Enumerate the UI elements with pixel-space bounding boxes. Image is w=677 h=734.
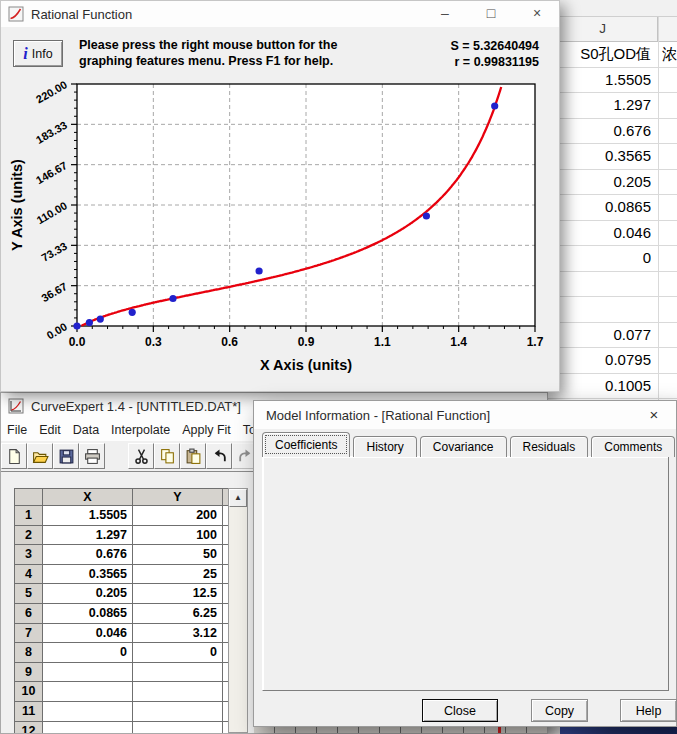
tab-coefficients[interactable]: Coefficients	[262, 432, 350, 457]
copy-button[interactable]: Copy	[531, 699, 588, 722]
data-point	[423, 212, 430, 219]
cell-y[interactable]: 6.25	[133, 604, 223, 624]
row-number[interactable]: 3	[15, 545, 43, 565]
table-row[interactable]: 10	[15, 682, 231, 702]
fit-plot[interactable]: 0.00.30.60.91.11.41.70.0036.6773.33110.0…	[1, 63, 561, 393]
tab-covariance[interactable]: Covariance	[420, 436, 507, 457]
cell-y[interactable]: 50	[133, 545, 223, 565]
cell-y[interactable]	[133, 722, 223, 734]
cell-x[interactable]: 1.5505	[43, 506, 133, 526]
row-number[interactable]: 7	[15, 624, 43, 644]
table-row[interactable]: 50.20512.5	[15, 584, 231, 604]
cell-y[interactable]	[133, 702, 223, 722]
cell-x[interactable]: 1.297	[43, 526, 133, 546]
cell-y[interactable]: 200	[133, 506, 223, 526]
row-number[interactable]: 1	[15, 506, 43, 526]
y-tick-label: 36.67	[39, 280, 69, 304]
cell-x[interactable]	[43, 682, 133, 702]
menu-item-data[interactable]: Data	[67, 423, 105, 437]
save-button[interactable]	[53, 443, 79, 469]
cell-x[interactable]: 0.0865	[43, 604, 133, 624]
row-number[interactable]: 9	[15, 663, 43, 683]
copy-button[interactable]	[154, 443, 180, 469]
menu-item-edit[interactable]: Edit	[33, 423, 67, 437]
tab-history[interactable]: History	[353, 436, 416, 457]
table-row[interactable]: 11	[15, 702, 231, 722]
close-button[interactable]: Close	[422, 699, 498, 722]
help-button[interactable]: Help	[620, 699, 677, 722]
menu-item-interpolate[interactable]: Interpolate	[105, 423, 176, 437]
tab-residuals[interactable]: Residuals	[510, 436, 589, 457]
tab-comments[interactable]: Comments	[591, 436, 675, 457]
cell-x[interactable]: 0.205	[43, 584, 133, 604]
dialog-title: Model Information - [Rational Function]	[266, 408, 490, 423]
cell-y[interactable]	[133, 663, 223, 683]
maximize-button[interactable]: □	[474, 1, 508, 25]
cell-x[interactable]: 0.3565	[43, 565, 133, 585]
table-row[interactable]: 9	[15, 663, 231, 683]
info-icon: i	[23, 47, 27, 61]
curveexpert-app-icon	[8, 398, 24, 414]
cell-x[interactable]	[43, 722, 133, 734]
y-tick-label: 220.00	[34, 78, 69, 105]
cell-y[interactable]: 3.12	[133, 624, 223, 644]
row-number[interactable]: 2	[15, 526, 43, 546]
table-row[interactable]: 70.0463.12	[15, 624, 231, 644]
print-button[interactable]	[79, 443, 105, 469]
table-row[interactable]: 12	[15, 722, 231, 734]
cell-x[interactable]: 0	[43, 643, 133, 663]
menu-item-file[interactable]: File	[1, 423, 33, 437]
cell-x[interactable]: 0.046	[43, 624, 133, 644]
curveexpert-title: CurveExpert 1.4 - [UNTITLED.DAT*]	[31, 399, 241, 414]
row-number[interactable]: 4	[15, 565, 43, 585]
data-point	[491, 102, 498, 109]
table-scrollbar[interactable]: ▲	[228, 488, 248, 733]
table-row[interactable]: 11.5505200	[15, 506, 231, 526]
dialog-close-icon[interactable]: ×	[640, 403, 668, 427]
close-button[interactable]: ×	[520, 1, 554, 25]
row-number[interactable]: 5	[15, 584, 43, 604]
row-number[interactable]: 10	[15, 682, 43, 702]
save-icon	[58, 448, 75, 465]
row-number[interactable]: 8	[15, 643, 43, 663]
x-tick-label: 0.0	[69, 335, 86, 349]
row-number[interactable]: 11	[15, 702, 43, 722]
cell-x[interactable]: 0.676	[43, 545, 133, 565]
x-tick-label: 0.3	[145, 335, 162, 349]
rational-function-window: Rational Function – □ × i Info Please pr…	[0, 0, 560, 392]
table-row[interactable]: 800	[15, 643, 231, 663]
new-button[interactable]	[1, 443, 27, 469]
open-button[interactable]	[27, 443, 53, 469]
table-header-row: XY	[15, 489, 231, 506]
cell-x[interactable]	[43, 663, 133, 683]
row-number[interactable]: 6	[15, 604, 43, 624]
cell-x[interactable]	[43, 702, 133, 722]
column-header-j[interactable]: J	[548, 17, 658, 42]
cell-y[interactable]: 0	[133, 643, 223, 663]
scroll-up-button[interactable]: ▲	[229, 489, 247, 507]
minimize-button[interactable]: –	[428, 1, 462, 25]
undo-button[interactable]	[206, 443, 232, 469]
column-header-next[interactable]	[658, 17, 677, 42]
table-row[interactable]: 21.297100	[15, 526, 231, 546]
cut-button[interactable]	[128, 443, 154, 469]
cell-value	[548, 297, 651, 322]
dialog-titlebar[interactable]: Model Information - [Rational Function]	[254, 401, 676, 429]
table-row[interactable]: 60.08656.25	[15, 604, 231, 624]
column-divider	[658, 17, 659, 408]
cell-value-next-column: 浓	[662, 42, 677, 66]
menu-item-apply-fit[interactable]: Apply Fit	[176, 423, 237, 437]
row-number[interactable]: 12	[15, 722, 43, 734]
cell-y[interactable]: 100	[133, 526, 223, 546]
cell-y[interactable]: 12.5	[133, 584, 223, 604]
cell-y[interactable]: 25	[133, 565, 223, 585]
table-row[interactable]: 30.67650	[15, 545, 231, 565]
paste-button[interactable]	[180, 443, 206, 469]
model-information-dialog: Model Information - [Rational Function] …	[253, 400, 677, 727]
rational-titlebar[interactable]: Rational Function – □ ×	[1, 1, 559, 27]
column-header-x[interactable]: X	[43, 489, 133, 506]
open-icon	[32, 448, 49, 465]
table-row[interactable]: 40.356525	[15, 565, 231, 585]
column-header-y[interactable]: Y	[133, 489, 223, 506]
cell-y[interactable]	[133, 682, 223, 702]
